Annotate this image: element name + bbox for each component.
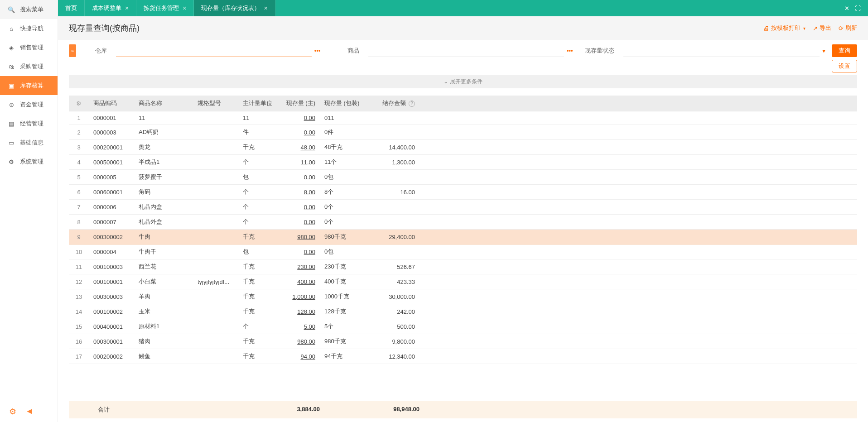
inventory-table: ⚙ 商品编码 商品名称 规格型号 主计量单位 现存量 (主) 现存量 (包装) … [69,96,857,364]
table-row[interactable]: 10 0000004 牛肉干 包 0.00 0包 [69,245,857,259]
th-qty[interactable]: 现存量 (主) [279,96,320,111]
product-picker-icon[interactable]: ••• [564,48,576,54]
table-row[interactable]: 13 000300003 羊肉 千克 1,000.00 1000千克 30,00… [69,289,857,304]
sidebar: 🔍搜索菜单⌂快捷导航◈销售管理🛍采购管理▣库存核算⊙资金管理▤经营管理▭基础信息… [0,0,58,422]
close-icon[interactable]: × [183,5,186,12]
qty-cell[interactable]: 0.00 [279,111,320,125]
table-row[interactable]: 7 0000006 礼品内盒 个 0.00 0个 [69,200,857,215]
qty-cell[interactable]: 0.00 [279,245,320,259]
filter-warehouse: 仓库 ••• [80,44,323,57]
sidebar-item-label: 系统管理 [20,158,43,166]
page-header: 现存量查询(按商品) 🖨 按模板打印 ↗ 导出 ⟳ 刷新 [58,16,868,40]
table-row[interactable]: 12 000100001 小白菜 tyjyjtyjtyjdf... 千克 400… [69,274,857,289]
table-row[interactable]: 3 000200001 奥龙 千克 48.00 48千克 14,400.00 [69,140,857,155]
sidebar-item-label: 销售管理 [20,43,43,52]
table-row[interactable]: 8 0000007 礼品外盒 个 0.00 0个 [69,215,857,230]
sidebar-item-2[interactable]: ◈销售管理 [0,38,58,57]
bottom-icon-2[interactable]: ◄ [25,407,34,417]
tab-label: 现存量（库存状况表） [201,4,260,12]
tab-2[interactable]: 拣货任务管理× [136,0,194,16]
sidebar-item-label: 资金管理 [20,101,43,109]
tab-1[interactable]: 成本调整单× [85,0,136,16]
product-input[interactable] [368,44,564,57]
sidebar-item-7[interactable]: ▭基础信息 [0,133,58,152]
th-code[interactable]: 商品编码 [89,96,134,111]
chevron-down-icon[interactable]: ▾ [820,47,828,54]
qty-cell[interactable]: 1,000.00 [279,289,320,304]
sidebar-item-label: 搜索菜单 [20,5,43,14]
sidebar-item-3[interactable]: 🛍采购管理 [0,57,58,76]
print-template-action[interactable]: 🖨 按模板打印 [763,24,805,32]
sidebar-item-6[interactable]: ▤经营管理 [0,114,58,133]
money-icon: ⊙ [7,101,15,109]
table-row[interactable]: 1 0000001 11 11 0.00 011 [69,111,857,125]
table-row[interactable]: 15 000400001 原材料1 个 5.00 5个 500.00 [69,319,857,334]
th-spec[interactable]: 规格型号 [193,96,238,111]
table-row[interactable]: 4 000500001 半成品1 个 11.00 11个 1,300.00 [69,155,857,170]
qty-cell[interactable]: 8.00 [279,185,320,200]
qty-cell[interactable]: 48.00 [279,140,320,155]
page-title: 现存量查询(按商品) [69,23,140,34]
sidebar-item-5[interactable]: ⊙资金管理 [0,95,58,114]
table-row[interactable]: 5 0000005 菠萝蜜干 包 0.00 0包 [69,170,857,185]
warehouse-picker-icon[interactable]: ••• [312,48,323,54]
expand-icon: ⌄ [444,78,449,85]
table-row[interactable]: 11 000100003 西兰花 千克 230.00 230千克 526.67 [69,259,857,274]
collapse-handle[interactable]: » [69,44,76,57]
table-row[interactable]: 16 000300001 猪肉 千克 980.00 980千克 9,800.00 [69,334,857,349]
qty-cell[interactable]: 980.00 [279,230,320,245]
th-pkg[interactable]: 现存量 (包装) [320,96,370,111]
table-row[interactable]: 2 0000003 AD钙奶 件 0.00 0件 [69,125,857,140]
qty-cell[interactable]: 128.00 [279,304,320,319]
qty-cell[interactable]: 94.00 [279,349,320,364]
qty-cell[interactable]: 0.00 [279,125,320,140]
qty-cell[interactable]: 0.00 [279,170,320,185]
th-unit[interactable]: 主计量单位 [238,96,279,111]
expand-filters[interactable]: ⌄ 展开更多条件 [69,75,857,88]
gear-icon: ⚙ [7,158,15,166]
stock-status-input[interactable] [623,44,820,57]
query-button[interactable]: 查询 [832,44,857,57]
table-row[interactable]: 17 000200002 鳗鱼 千克 94.00 94千克 12,340.00 [69,349,857,364]
close-icon[interactable]: × [264,5,267,12]
warehouse-input[interactable] [116,44,312,57]
sidebar-item-label: 经营管理 [20,120,43,128]
sidebar-item-8[interactable]: ⚙系统管理 [0,152,58,171]
tab-label: 首页 [65,4,77,12]
th-name[interactable]: 商品名称 [134,96,193,111]
help-icon[interactable]: ? [409,101,415,107]
refresh-icon: ⟳ [839,25,844,32]
table-row[interactable]: 14 000100002 玉米 千克 128.00 128千克 242.00 [69,304,857,319]
th-amt[interactable]: 结存金额 ? [370,96,420,111]
qty-cell[interactable]: 400.00 [279,274,320,289]
qty-cell[interactable]: 5.00 [279,319,320,334]
sidebar-bottom: ⚙ ◄ [0,401,58,422]
qty-cell[interactable]: 230.00 [279,259,320,274]
home-icon: ⌂ [7,24,15,33]
qty-cell[interactable]: 0.00 [279,215,320,230]
sidebar-item-1[interactable]: ⌂快捷导航 [0,19,58,38]
qty-cell[interactable]: 980.00 [279,334,320,349]
qty-cell[interactable]: 0.00 [279,200,320,215]
th-gear[interactable]: ⚙ [69,96,89,111]
sidebar-item-4[interactable]: ▣库存核算 [0,76,58,95]
tab-3[interactable]: 现存量（库存状况表）× [194,0,275,16]
settings-button[interactable]: 设置 [832,60,857,72]
sidebar-item-label: 基础信息 [20,139,43,147]
bottom-icon-1[interactable]: ⚙ [9,407,16,417]
close-icon[interactable]: × [125,5,129,12]
refresh-action[interactable]: ⟳ 刷新 [839,24,857,32]
export-icon: ↗ [813,25,818,32]
fullscreen-icon[interactable]: ⛶ [855,5,861,12]
footer-qty: 3,884.00 [284,406,324,414]
table-row[interactable]: 9 000300002 牛肉 千克 980.00 980千克 29,400.00 [69,230,857,245]
export-action[interactable]: ↗ 导出 [813,24,831,32]
sidebar-item-0[interactable]: 🔍搜索菜单 [0,0,58,19]
qty-cell[interactable]: 11.00 [279,155,320,170]
close-all-icon[interactable]: ✕ [844,5,849,12]
table-row[interactable]: 6 000600001 角码 个 8.00 8个 16.00 [69,185,857,200]
sidebar-item-label: 库存核算 [20,82,43,90]
bag-icon: 🛍 [7,62,15,71]
tab-0[interactable]: 首页 [58,0,85,16]
footer-amt: 98,948.00 [374,406,424,414]
